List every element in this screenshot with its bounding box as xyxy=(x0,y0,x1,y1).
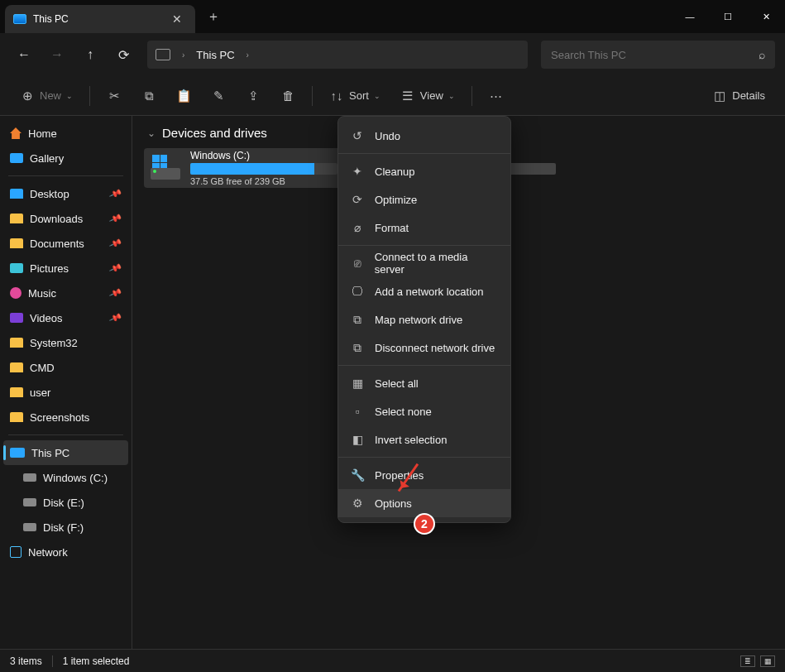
drive-item[interactable]: Windows (C:) 37.5 GB free of 239 GB xyxy=(144,148,342,188)
sidebar-item-user[interactable]: user xyxy=(3,380,128,405)
menu-item-connect to a media server[interactable]: ⎚ Connect to a media server xyxy=(338,249,510,277)
menu-item-properties[interactable]: 🔧 Properties xyxy=(338,461,510,489)
this-pc-icon xyxy=(13,14,26,24)
separator xyxy=(471,86,472,106)
paste-button[interactable]: 📋 xyxy=(168,82,199,110)
separator xyxy=(8,175,123,176)
new-tab-button[interactable]: ＋ xyxy=(195,8,232,26)
menu-item-label: Format xyxy=(375,222,409,234)
close-tab-icon[interactable]: ✕ xyxy=(167,12,187,26)
new-button[interactable]: ⊕ New ⌄ xyxy=(12,82,81,110)
sidebar-item-documents[interactable]: Documents 📌 xyxy=(3,231,128,256)
pc-icon xyxy=(10,448,25,458)
pin-icon: 📌 xyxy=(108,211,123,225)
folder-icon xyxy=(10,263,23,273)
menu-item-label: Optimize xyxy=(375,194,417,206)
folder-icon xyxy=(10,238,23,248)
cut-button[interactable]: ✂ xyxy=(98,82,130,110)
sidebar-drive[interactable]: Disk (E:) xyxy=(3,490,128,515)
menu-separator xyxy=(338,365,510,366)
folder-icon xyxy=(10,189,23,199)
menu-item-optimize[interactable]: ⟳ Optimize xyxy=(338,185,510,214)
view-button[interactable]: ☰ View ⌄ xyxy=(392,82,463,110)
menu-item-icon: 🔧 xyxy=(350,468,365,482)
sidebar-item-desktop[interactable]: Desktop 📌 xyxy=(3,181,128,206)
sort-icon: ↑↓ xyxy=(329,89,344,103)
menu-item-select none[interactable]: ▫ Select none xyxy=(338,397,510,425)
sidebar-item-thispc[interactable]: This PC xyxy=(3,440,128,465)
sidebar-item-home[interactable]: Home xyxy=(3,121,128,146)
view-grid-icon[interactable]: ▦ xyxy=(760,655,775,667)
sidebar-item-screenshots[interactable]: Screenshots xyxy=(3,405,128,430)
forward-button[interactable]: → xyxy=(43,41,71,69)
rename-button[interactable]: ✎ xyxy=(203,82,234,110)
sidebar-drive[interactable]: Disk (F:) xyxy=(3,515,128,540)
drive-icon xyxy=(23,498,36,506)
search-box[interactable]: ⌕ xyxy=(541,41,775,69)
menu-item-add a network location[interactable]: 🖵 Add a network location xyxy=(338,277,510,305)
tab-this-pc[interactable]: This PC ✕ xyxy=(5,5,195,33)
view-icon: ☰ xyxy=(400,89,415,103)
context-menu: ↺ Undo ✦ Cleanup ⟳ Optimize ⌀ Format ⎚ C… xyxy=(337,116,511,523)
minimize-button[interactable]: ― xyxy=(671,0,709,33)
up-button[interactable]: ↑ xyxy=(76,41,104,69)
menu-separator xyxy=(338,153,510,154)
clipboard-icon: 📋 xyxy=(176,89,191,103)
pc-icon xyxy=(156,49,170,60)
chevron-down-icon: ⌄ xyxy=(374,92,381,100)
menu-item-invert selection[interactable]: ◧ Invert selection xyxy=(338,425,510,454)
details-button[interactable]: ◫ Details xyxy=(704,82,773,110)
tab-title: This PC xyxy=(33,13,69,25)
menu-item-icon: ⧉ xyxy=(350,341,365,355)
menu-item-map network drive[interactable]: ⧉ Map network drive xyxy=(338,305,510,334)
menu-item-icon: ⎚ xyxy=(350,257,365,270)
share-icon: ⇪ xyxy=(246,89,261,103)
menu-item-icon: ◧ xyxy=(350,433,365,446)
chevron-right-icon: › xyxy=(182,50,184,60)
back-button[interactable]: ← xyxy=(10,41,38,69)
sidebar: Home Gallery Desktop 📌 Downloads 📌 Docum… xyxy=(0,116,132,649)
folder-icon xyxy=(10,362,23,372)
sidebar-drive[interactable]: Windows (C:) xyxy=(3,465,128,490)
menu-item-format[interactable]: ⌀ Format xyxy=(338,214,510,242)
menu-item-cleanup[interactable]: ✦ Cleanup xyxy=(338,157,510,185)
pin-icon: 📌 xyxy=(108,261,123,275)
refresh-button[interactable]: ⟳ xyxy=(109,41,137,69)
sidebar-item-gallery[interactable]: Gallery xyxy=(3,146,128,170)
search-input[interactable] xyxy=(551,49,759,61)
close-button[interactable]: ✕ xyxy=(747,0,785,33)
sidebar-item-pictures[interactable]: Pictures 📌 xyxy=(3,256,128,281)
folder-icon xyxy=(10,214,23,223)
folder-icon xyxy=(10,338,23,348)
separator xyxy=(89,86,90,106)
copy-button[interactable]: ⧉ xyxy=(133,82,165,110)
view-list-icon[interactable]: ≣ xyxy=(740,655,755,667)
more-button[interactable]: ⋯ xyxy=(481,82,512,110)
drive-free: 37.5 GB free of 239 GB xyxy=(190,176,337,186)
sidebar-item-network[interactable]: Network xyxy=(3,540,128,564)
sort-button[interactable]: ↑↓ Sort ⌄ xyxy=(321,82,389,110)
status-bar: 3 items 1 item selected ≣ ▦ xyxy=(0,649,785,672)
breadcrumb-current: This PC xyxy=(196,49,234,61)
menu-item-icon: ⧉ xyxy=(350,313,365,327)
sidebar-item-system32[interactable]: System32 xyxy=(3,330,128,355)
menu-item-label: Add a network location xyxy=(375,286,484,298)
share-button[interactable]: ⇪ xyxy=(237,82,269,110)
sidebar-item-music[interactable]: Music 📌 xyxy=(3,281,128,305)
sidebar-item-videos[interactable]: Videos 📌 xyxy=(3,305,128,330)
chevron-down-icon: ⌄ xyxy=(448,92,455,100)
pin-icon: 📌 xyxy=(108,236,123,250)
drive-icon xyxy=(149,153,182,183)
search-icon[interactable]: ⌕ xyxy=(759,48,765,61)
chevron-right-icon: › xyxy=(247,50,249,60)
delete-button[interactable]: 🗑 xyxy=(272,82,304,110)
sidebar-item-downloads[interactable]: Downloads 📌 xyxy=(3,206,128,231)
pin-icon: 📌 xyxy=(108,186,123,200)
maximize-button[interactable]: ☐ xyxy=(709,0,747,33)
menu-item-undo[interactable]: ↺ Undo xyxy=(338,122,510,150)
toolbar: ⊕ New ⌄ ✂ ⧉ 📋 ✎ ⇪ 🗑 ↑↓ Sort ⌄ ☰ View ⌄ ⋯… xyxy=(0,76,785,116)
menu-item-select all[interactable]: ▦ Select all xyxy=(338,369,510,397)
sidebar-item-cmd[interactable]: CMD xyxy=(3,355,128,380)
menu-item-disconnect network drive[interactable]: ⧉ Disconnect network drive xyxy=(338,334,510,362)
breadcrumb[interactable]: › This PC › xyxy=(147,41,528,69)
